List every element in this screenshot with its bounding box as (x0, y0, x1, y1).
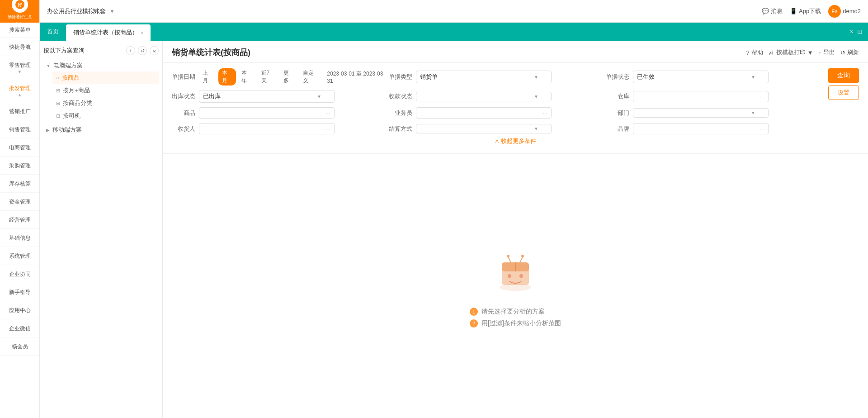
filter-receiver-group: 收货人 ··· (172, 123, 389, 134)
sidebar-item-sales[interactable]: 销售管理 (0, 120, 39, 138)
export-label: 导出 (823, 48, 835, 57)
docstatus-select[interactable]: 已生效 ▼ (633, 71, 769, 83)
sidebar-item-wholesale[interactable]: 批发管理 ▲ (0, 79, 39, 102)
help-icon: ? (746, 49, 749, 56)
paymentstatus-arrow-icon: ▼ (534, 94, 538, 99)
shortcut-lastmonth[interactable]: 上月 (199, 68, 217, 86)
shortcut-thismonth[interactable]: 本月 (218, 68, 236, 86)
docstatus-label: 单据状态 (606, 73, 633, 81)
svg-point-6 (508, 274, 511, 278)
tree-child-by-driver[interactable]: ⊞ 按司机 (52, 109, 159, 122)
sidebar-item-finance[interactable]: 资金管理 (0, 193, 39, 211)
doctype-select[interactable]: 销货单 ▼ (416, 71, 552, 83)
tab-minimize-button[interactable]: × (850, 28, 854, 35)
doctype-value: 销货单 (420, 73, 438, 81)
tree-child-by-goods[interactable]: ○ 按商品 (52, 71, 159, 84)
sidebar-item-retail[interactable]: 零售管理 ▼ (0, 56, 39, 79)
fp-add-icon[interactable]: + (126, 46, 135, 55)
export-button[interactable]: ↑ 导出 (819, 48, 835, 57)
industry-dropdown[interactable]: ▼ (109, 8, 115, 14)
sidebar-item-purchase[interactable]: 采购管理 (0, 157, 39, 175)
sidebar-item-marketing[interactable]: 营销推广 (0, 102, 39, 120)
page-actions: ? 帮助 🖨 按模板打印 ▼ ↑ 导出 ↺ 刷新 (746, 48, 859, 57)
svg-point-9 (507, 255, 509, 257)
sidebar-item-enterprise[interactable]: 企业协同 (0, 265, 39, 283)
tree-parent-pc[interactable]: ▼ 电脑端方案 (43, 60, 159, 71)
user-profile[interactable]: Ea demo2 (828, 5, 861, 18)
settlement-select[interactable]: ▼ (416, 124, 552, 133)
sidebar-item-operations[interactable]: 经营管理 (0, 211, 39, 229)
svg-line-10 (520, 257, 523, 262)
app-download-button[interactable]: 📱 App下载 (790, 7, 821, 15)
sidebar-item-appcenter[interactable]: 应用中心 (0, 301, 39, 319)
page-title-bar: 销货单统计表(按商品) ? 帮助 🖨 按模板打印 ▼ ↑ 导出 (163, 41, 868, 63)
staff-input[interactable]: ··· (416, 107, 552, 119)
warehouse-label: 仓库 (606, 92, 633, 100)
sidebar-item-inventory[interactable]: 库存核算 (0, 175, 39, 193)
receiver-input[interactable]: ··· (199, 123, 335, 134)
paymentstatus-select[interactable]: ▼ (416, 92, 552, 101)
logo-icon: 好 (12, 0, 28, 13)
settlement-arrow-icon: ▼ (534, 126, 538, 131)
goods-input[interactable]: ··· (199, 107, 335, 119)
stockstatus-arrow-icon: ▼ (317, 94, 321, 99)
settings-button[interactable]: 设置 (828, 86, 859, 100)
tab-close-button[interactable]: × (141, 30, 143, 35)
shortcut-custom[interactable]: 自定义 (299, 68, 322, 86)
empty-area: 1 请先选择要分析的方案 2 用[过滤]条件来缩小分析范围 (163, 154, 868, 418)
print-button[interactable]: 🖨 按模板打印 ▼ (769, 48, 813, 57)
message-button[interactable]: 💬 消息 (762, 7, 783, 15)
tab-maximize-button[interactable]: ⊡ (857, 28, 863, 35)
sidebar-item-system[interactable]: 系统管理 (0, 247, 39, 265)
pc-scheme-label: 电脑端方案 (53, 62, 83, 70)
sidebar-item-wechat[interactable]: 企业微信 (0, 319, 39, 337)
tab-home[interactable]: 首页 (40, 23, 66, 41)
tab-controls: × ⊡ (850, 28, 868, 35)
department-select[interactable]: ▼ (633, 108, 769, 118)
svg-point-7 (519, 274, 523, 278)
print-icon: 🖨 (769, 49, 774, 56)
stockstatus-select[interactable]: 已出库 ▼ (199, 90, 335, 103)
warehouse-dots-icon: ··· (760, 93, 764, 100)
tree-child-by-category[interactable]: ⊞ 按商品分类 (52, 97, 159, 109)
tree-child-by-month-goods[interactable]: ⊞ 按月+商品 (52, 84, 159, 97)
tree-parent-mobile[interactable]: ▶ 移动端方案 (43, 124, 159, 136)
sidebar-item-member[interactable]: 畅会员 (0, 337, 39, 356)
search-menu-label[interactable]: 搜索菜单 (9, 27, 31, 33)
collapse-button[interactable]: ∧ 收起更多条件 (172, 134, 859, 148)
sidebar-item-ecommerce[interactable]: 电商管理 (0, 138, 39, 157)
sidebar-item-quicknav[interactable]: 快捷导航 (0, 38, 39, 56)
warehouse-input[interactable]: ··· (633, 91, 769, 102)
main-wrapper: 办公用品行业模拟账套 ▼ 💬 消息 📱 App下载 Ea demo2 首页 销货… (40, 0, 868, 418)
empty-tips: 1 请先选择要分析的方案 2 用[过滤]条件来缩小分析范围 (470, 308, 561, 328)
scheme-icon-4: ⊞ (56, 113, 60, 119)
empty-illustration (488, 244, 542, 299)
filter-docstatus-group: 单据状态 已生效 ▼ (606, 71, 823, 83)
scheme-label-2: 按月+商品 (63, 86, 90, 95)
home-tab-label: 首页 (47, 28, 59, 36)
shortcut-thisyear[interactable]: 本年 (238, 68, 255, 86)
docstatus-arrow-icon: ▼ (751, 75, 755, 80)
message-label: 消息 (771, 7, 783, 15)
help-button[interactable]: ? 帮助 (746, 48, 763, 57)
scheme-icon-3: ⊞ (56, 100, 60, 106)
print-label: 按模板打印 (776, 48, 806, 57)
refresh-button[interactable]: ↺ 刷新 (840, 48, 859, 57)
shortcut-7days[interactable]: 近7天 (258, 68, 278, 86)
sidebar-item-basicinfo[interactable]: 基础信息 (0, 229, 39, 247)
sidebar-search[interactable]: 搜索菜单 (0, 23, 39, 38)
fp-collapse-icon[interactable]: « (150, 46, 159, 55)
filter-stockstatus-group: 出库状态 已出库 ▼ (172, 90, 389, 103)
filter-staff-group: 业务员 ··· (389, 107, 606, 119)
stockstatus-value: 已出库 (203, 92, 221, 100)
shortcut-more[interactable]: 更多 (280, 68, 297, 86)
fp-refresh-icon[interactable]: ↺ (138, 46, 147, 55)
tip-num-2: 2 (470, 319, 478, 328)
tree-children-pc: ○ 按商品 ⊞ 按月+商品 ⊞ 按商品分类 ⊞ (43, 71, 159, 122)
goods-dots-icon: ··· (326, 109, 330, 116)
sidebar-item-newuser[interactable]: 新手引导 (0, 283, 39, 301)
brand-input[interactable]: ··· (633, 123, 769, 134)
tab-active[interactable]: 销货单统计表（按商品） × (66, 24, 151, 41)
filter-row-4: 收货人 ··· 结算方式 ▼ (172, 123, 823, 134)
query-button[interactable]: 查询 (828, 68, 859, 83)
